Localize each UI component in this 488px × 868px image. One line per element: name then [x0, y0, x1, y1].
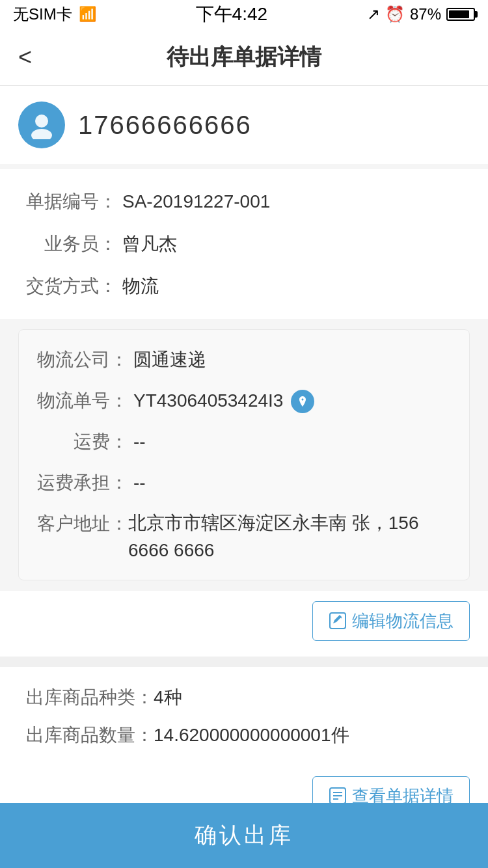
tracking-location-button[interactable]: [291, 390, 314, 413]
tracking-no-label: 物流单号：: [37, 387, 128, 416]
location-arrow-icon: ↗: [367, 5, 380, 23]
order-info-section: 单据编号： SA-20191227-001 业务员： 曾凡杰 交货方式： 物流: [0, 169, 488, 319]
alarm-icon: ⏰: [385, 5, 405, 23]
svg-point-1: [31, 129, 52, 139]
status-bar: 无SIM卡 📶 下午4:42 ↗ ⏰ 87%: [0, 0, 488, 29]
customer-header: 17666666666: [0, 86, 488, 164]
order-no-row: 单据编号： SA-20191227-001: [26, 187, 462, 217]
tracking-no-container: YT43064053424I3: [128, 387, 451, 416]
status-time: 下午4:42: [196, 2, 268, 27]
page-content: 17666666666 单据编号： SA-20191227-001 业务员： 曾…: [0, 86, 488, 868]
delivery-method-row: 交货方式： 物流: [26, 272, 462, 301]
page-title: 待出库单据详情: [167, 42, 321, 72]
goods-quantity-row: 出库商品数量： 14.620000000000001件: [26, 723, 462, 748]
tracking-no-row: 物流单号： YT43064053424I3: [37, 387, 451, 416]
status-right: ↗ ⏰ 87%: [367, 5, 475, 23]
order-no-value: SA-20191227-001: [117, 187, 462, 217]
freight-label: 运费：: [37, 427, 128, 457]
delivery-method-value: 物流: [117, 272, 462, 301]
logistics-company-row: 物流公司： 圆通速递: [37, 346, 451, 375]
goods-category-value: 4种: [154, 685, 462, 710]
goods-section: 出库商品种类： 4种 出库商品数量： 14.620000000000001件: [0, 667, 488, 766]
customer-phone: 17666666666: [78, 111, 252, 140]
goods-quantity-value: 14.620000000000001件: [154, 723, 462, 748]
logistics-company-value: 圆通速递: [128, 346, 451, 375]
dashed-separator: [0, 164, 488, 169]
customer-avatar: [18, 102, 65, 148]
status-left: 无SIM卡 📶: [13, 4, 96, 25]
carrier-text: 无SIM卡: [13, 4, 72, 25]
order-no-label: 单据编号：: [26, 187, 117, 217]
freight-bearer-value: --: [128, 468, 451, 498]
edit-logistics-button[interactable]: 编辑物流信息: [312, 601, 470, 641]
nav-bar: < 待出库单据详情: [0, 29, 488, 86]
address-value: 北京市市辖区海淀区永丰南 张，156 6666 6666: [128, 509, 451, 564]
goods-category-row: 出库商品种类： 4种: [26, 685, 462, 710]
confirm-button-text: 确认出库: [195, 821, 293, 850]
address-label: 客户地址：: [37, 509, 128, 539]
section-divider: [0, 657, 488, 667]
battery-icon: [446, 8, 475, 21]
freight-row: 运费： --: [37, 427, 451, 457]
svg-point-0: [35, 115, 48, 128]
address-row: 客户地址： 北京市市辖区海淀区永丰南 张，156 6666 6666: [37, 509, 451, 564]
logistics-company-label: 物流公司：: [37, 346, 128, 375]
freight-value: --: [128, 427, 451, 457]
delivery-method-label: 交货方式：: [26, 272, 117, 301]
confirm-bar[interactable]: 确认出库: [0, 803, 488, 868]
sales-person-label: 业务员：: [26, 230, 117, 259]
logistics-section: 物流公司： 圆通速递 物流单号： YT43064053424I3 运费： -- …: [18, 329, 470, 580]
tracking-no-value: YT43064053424I3: [133, 387, 283, 416]
wifi-icon: 📶: [79, 6, 96, 23]
freight-bearer-row: 运费承担： --: [37, 468, 451, 498]
edit-btn-container: 编辑物流信息: [0, 591, 488, 657]
document-icon: [329, 787, 347, 805]
edit-icon: [329, 612, 347, 630]
avatar-icon: [27, 111, 56, 139]
edit-logistics-label: 编辑物流信息: [352, 610, 454, 632]
goods-quantity-label: 出库商品数量：: [26, 723, 154, 748]
freight-bearer-label: 运费承担：: [37, 468, 128, 498]
battery-percent: 87%: [410, 5, 441, 23]
back-button[interactable]: <: [18, 44, 32, 71]
goods-category-label: 出库商品种类：: [26, 685, 154, 710]
sales-person-row: 业务员： 曾凡杰: [26, 230, 462, 259]
sales-person-value: 曾凡杰: [117, 230, 462, 259]
